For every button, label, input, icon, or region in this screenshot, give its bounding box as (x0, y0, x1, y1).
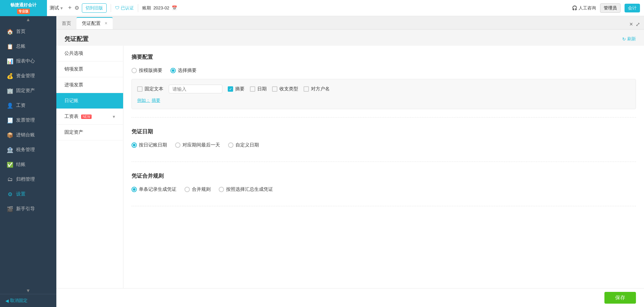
topbar-divider2 (138, 4, 138, 12)
radio-template-summary[interactable]: 按模版摘要 (131, 68, 162, 74)
sidebar-item-salary[interactable]: 👤 工资 (0, 98, 56, 113)
radio-single-label: 单条记录生成凭证 (139, 186, 176, 192)
settings-sidebar-icon: ⚙ (7, 191, 13, 198)
sidebar-label-archive: 归档管理 (16, 176, 35, 182)
radio-journal-date[interactable]: 按日记账日期 (131, 142, 167, 148)
tab-voucher-config[interactable]: 凭证配置 × (76, 17, 113, 29)
sidebar-item-archive[interactable]: 🗂 归档管理 (0, 172, 56, 187)
checkbox-fixed-text[interactable]: 固定文本 (137, 86, 163, 92)
sidebar-scroll-up[interactable]: ▲ (0, 16, 56, 23)
logo-sub: 专业版 (17, 9, 30, 14)
fixed-text-checkbox (137, 86, 143, 92)
counterpart-label: 对方户名 (311, 86, 330, 92)
sidebar-item-purchase-sale[interactable]: 📦 进销台账 (0, 128, 56, 142)
radio-single-record[interactable]: 单条记录生成凭证 (131, 186, 176, 192)
sidebar-item-settings[interactable]: ⚙ 设置 (0, 187, 56, 202)
radio-journal-date-label: 按日记账日期 (139, 142, 167, 148)
counterpart-checkbox (304, 86, 309, 92)
sidebar-item-report[interactable]: 📊 报表中心 (0, 54, 56, 69)
fixed-text-input[interactable] (169, 85, 222, 93)
sidebar-item-invoice-mgr[interactable]: 🧾 发票管理 (0, 113, 56, 128)
merge-section: 凭证合并规则 单条记录生成凭证 合并规则 (131, 173, 636, 206)
window-close-button[interactable]: × (629, 21, 633, 28)
switch-old-version-button[interactable]: 切到旧版 (82, 3, 107, 13)
date-radio-group: 按日记账日期 对应期间最后一天 自定义日期 (131, 142, 636, 148)
user-button[interactable]: 管理员 (600, 3, 621, 13)
tab-home[interactable]: 首页 (56, 18, 76, 29)
summary-checkbox (228, 86, 233, 92)
fixed-text-label: 固定文本 (145, 86, 163, 92)
sidebar-item-fixed-asset[interactable]: 🏢 固定资产 (0, 83, 56, 98)
voucher-nav-payroll[interactable]: 工资表 NEW ▾ (56, 109, 123, 125)
sidebar-item-ledger[interactable]: 📋 总账 (0, 39, 56, 54)
project-chevron-icon[interactable]: ▾ (60, 5, 63, 11)
close-accounts-icon: ✅ (7, 161, 13, 168)
consult-button[interactable]: 🎧 人工咨询 (572, 5, 596, 11)
summary-config-box: 固定文本 摘要 日期 (131, 79, 636, 109)
window-expand-button[interactable]: ⤢ (636, 21, 640, 28)
settings-icon[interactable]: ⚙ (74, 5, 79, 11)
summary-checkbox-label: 摘要 (235, 86, 245, 92)
radio-select-merge[interactable]: 按照选择汇总生成凭证 (219, 186, 273, 192)
topbar-right: 🎧 人工咨询 管理员 会计 (572, 3, 640, 13)
sidebar-item-home[interactable]: 🏠 首页 (0, 24, 56, 39)
topbar-divider (111, 4, 111, 12)
checkbox-summary[interactable]: 摘要 (228, 86, 245, 92)
voucher-main: 摘要配置 按模版摘要 选择摘要 (123, 46, 644, 288)
period-label: 账期 (142, 5, 151, 10)
purchase-sale-icon: 📦 (7, 132, 13, 138)
voucher-nav-purchase-invoice[interactable]: 进项发票 (56, 77, 123, 93)
tab-bar-actions: × ⤢ (625, 21, 644, 29)
sidebar-label-fixed-asset: 固定资产 (16, 88, 35, 94)
sidebar-scroll-down[interactable]: ▼ (0, 287, 56, 294)
certified-badge: 🛡 已认证 (115, 5, 134, 11)
period-info: 账期 2023-02 📅 (142, 5, 177, 11)
payment-type-label: 收支类型 (279, 86, 298, 92)
voucher-nav-public[interactable]: 公共选项 (56, 46, 123, 61)
checkbox-payment-type[interactable]: 收支类型 (272, 86, 298, 92)
example-value[interactable]: 摘要 (152, 98, 160, 103)
add-icon[interactable]: + (68, 4, 72, 11)
headset-icon: 🎧 (572, 5, 577, 10)
radio-custom-date-circle (228, 142, 233, 148)
sidebar: ▲ 🏠 首页 📋 总账 📊 报表中心 💰 资金管理 🏢 固定资产 (0, 16, 56, 307)
example-label: 例如： (137, 98, 150, 103)
arrow-left-icon: ◀ (5, 298, 9, 303)
radio-template-circle (131, 68, 137, 73)
role-button[interactable]: 会计 (625, 4, 640, 12)
calendar-icon[interactable]: 📅 (172, 5, 177, 10)
payroll-chevron-icon: ▾ (113, 114, 115, 119)
radio-custom-date[interactable]: 自定义日期 (228, 142, 259, 148)
radio-select-merge-circle (219, 187, 224, 192)
project-name: 测试 ▾ (50, 5, 63, 11)
sidebar-label-guide: 新手引导 (16, 206, 35, 212)
voucher-nav-journal[interactable]: 日记账 (56, 93, 123, 109)
page-title: 凭证配置 (64, 35, 89, 43)
radio-select-summary[interactable]: 选择摘要 (170, 68, 197, 74)
radio-merge-rule[interactable]: 合并规则 (184, 186, 211, 192)
sidebar-item-fund[interactable]: 💰 资金管理 (0, 69, 56, 83)
cancel-fixed-button[interactable]: ◀ 取消固定 (0, 294, 56, 307)
tab-close-button[interactable]: × (105, 20, 107, 26)
salary-icon: 👤 (7, 102, 13, 109)
main-layout: ▲ 🏠 首页 📋 总账 📊 报表中心 💰 资金管理 🏢 固定资产 (0, 16, 644, 307)
voucher-nav-fixed-asset[interactable]: 固定资产 (56, 125, 123, 140)
radio-period-last-label: 对应期间最后一天 (182, 142, 220, 148)
radio-period-last[interactable]: 对应期间最后一天 (175, 142, 220, 148)
sidebar-item-tax[interactable]: 🏦 税务管理 (0, 142, 56, 157)
save-button[interactable]: 保存 (604, 292, 636, 304)
sidebar-item-close[interactable]: ✅ 结账 (0, 157, 56, 172)
merge-radio-group: 单条记录生成凭证 合并规则 按照选择汇总生成凭证 (131, 186, 636, 192)
radio-merge-circle (184, 187, 190, 192)
topbar-actions: + ⚙ 切到旧版 (68, 3, 107, 13)
checkbox-counterpart[interactable]: 对方户名 (304, 86, 330, 92)
period-value: 2023-02 (153, 5, 169, 10)
consult-label: 人工咨询 (579, 5, 596, 11)
refresh-button[interactable]: ↻ 刷新 (622, 36, 636, 42)
example-text: 例如： 摘要 (137, 97, 630, 103)
voucher-nav-sales-invoice[interactable]: 销项发票 (56, 61, 123, 77)
sidebar-item-guide[interactable]: 🎬 新手引导 (0, 202, 56, 216)
radio-merge-label: 合并规则 (192, 186, 211, 192)
payment-type-checkbox (272, 86, 277, 92)
checkbox-date[interactable]: 日期 (250, 86, 267, 92)
